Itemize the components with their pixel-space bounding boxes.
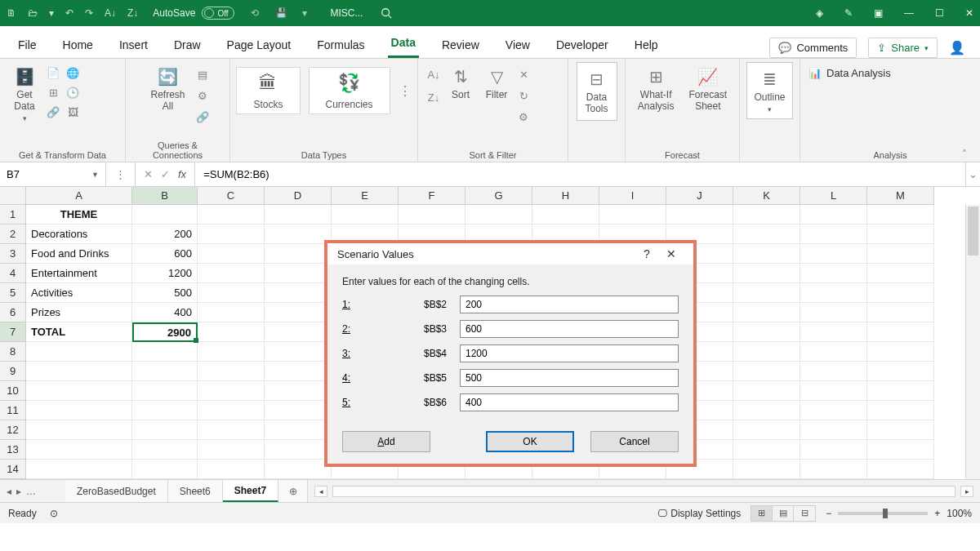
cell[interactable]: Prizes — [26, 303, 132, 322]
cell[interactable] — [265, 401, 332, 420]
filter-button[interactable]: ▽ Filter — [480, 62, 513, 124]
value-input[interactable] — [460, 393, 679, 411]
expand-formula-icon[interactable]: ⌄ — [965, 162, 980, 186]
cell[interactable] — [198, 381, 265, 401]
cell[interactable]: Food and Drinks — [26, 244, 132, 264]
row-header[interactable]: 7 — [0, 322, 26, 342]
zoom-in-icon[interactable]: + — [934, 508, 940, 519]
cell[interactable] — [733, 420, 800, 440]
page-layout-icon[interactable]: ▤ — [773, 506, 794, 521]
get-data-button[interactable]: 🗄️ Get Data ▾ — [8, 62, 41, 126]
existing-conn-icon[interactable]: 🔗 — [46, 104, 60, 119]
cell[interactable] — [198, 401, 265, 420]
cell[interactable] — [733, 460, 800, 479]
minimize-icon[interactable]: — — [904, 7, 914, 19]
sheets-menu-icon[interactable]: … — [26, 486, 36, 497]
cell[interactable] — [265, 303, 332, 322]
row-header[interactable]: 6 — [0, 303, 26, 322]
share-button[interactable]: ⇪ Share ▾ — [868, 38, 938, 58]
cell[interactable] — [198, 264, 265, 283]
column-header[interactable]: I — [599, 187, 666, 205]
cell[interactable] — [132, 460, 198, 479]
cell[interactable] — [198, 342, 265, 362]
cell[interactable] — [867, 440, 934, 460]
value-input[interactable] — [460, 320, 679, 338]
from-pic-icon[interactable]: 🖼 — [65, 104, 80, 119]
cell[interactable] — [265, 244, 332, 264]
tab-draw[interactable]: Draw — [171, 38, 204, 58]
sheet-tab[interactable]: Sheet7 — [223, 480, 278, 502]
user-icon[interactable]: 👤 — [949, 40, 965, 56]
cell[interactable] — [867, 381, 934, 401]
cell[interactable] — [800, 460, 867, 479]
display-settings-button[interactable]: 🖵 Display Settings — [657, 508, 741, 519]
cancel-button[interactable]: Cancel — [590, 431, 679, 452]
refresh-all-button[interactable]: 🔄 Refresh All — [145, 62, 189, 124]
tab-file[interactable]: File — [15, 38, 40, 58]
row-header[interactable]: 9 — [0, 362, 26, 381]
whatif-button[interactable]: ⊞ What-If Analysis — [633, 62, 679, 116]
cell[interactable] — [198, 440, 265, 460]
row-header[interactable]: 10 — [0, 381, 26, 401]
comments-button[interactable]: 💬 Comments — [769, 38, 857, 58]
row-header[interactable]: 3 — [0, 244, 26, 264]
cell[interactable] — [666, 205, 733, 224]
cell[interactable] — [733, 401, 800, 420]
sheet-tab[interactable]: ZeroBasedBudget — [65, 480, 168, 502]
cell[interactable] — [867, 460, 934, 479]
page-break-icon[interactable]: ⊟ — [794, 506, 815, 521]
currencies-button[interactable]: 💱 Currencies — [309, 67, 390, 114]
cell[interactable] — [132, 420, 198, 440]
column-header[interactable]: E — [332, 187, 399, 205]
pencil-icon[interactable]: ✎ — [844, 7, 853, 19]
cell[interactable]: 200 — [132, 224, 198, 244]
zoom-control[interactable]: − + 100% — [826, 508, 972, 519]
cell[interactable] — [800, 303, 867, 322]
cell[interactable] — [265, 224, 332, 244]
value-input[interactable] — [460, 369, 679, 387]
row-header[interactable]: 4 — [0, 264, 26, 283]
cell[interactable] — [733, 283, 800, 303]
chevron-down-icon[interactable]: ▼ — [91, 171, 99, 179]
cell[interactable]: Entertainment — [26, 264, 132, 283]
column-header[interactable]: C — [198, 187, 265, 205]
recent-sources-icon[interactable]: 🕒 — [65, 85, 80, 100]
cell[interactable] — [599, 205, 666, 224]
cell[interactable] — [867, 264, 934, 283]
tab-review[interactable]: Review — [439, 38, 483, 58]
from-table-icon[interactable]: ⊞ — [46, 85, 60, 100]
cell[interactable] — [265, 322, 332, 342]
tab-insert[interactable]: Insert — [116, 38, 151, 58]
close-icon[interactable]: ✕ — [965, 7, 973, 19]
cell[interactable] — [198, 303, 265, 322]
data-analysis-button[interactable]: 📊 Data Analysis — [808, 67, 891, 79]
cell[interactable] — [800, 264, 867, 283]
reapply-icon[interactable]: ↻ — [516, 88, 531, 103]
row-header[interactable]: 8 — [0, 342, 26, 362]
row-header[interactable]: 12 — [0, 420, 26, 440]
column-header[interactable]: G — [466, 187, 532, 205]
cell[interactable] — [733, 440, 800, 460]
cell[interactable] — [26, 460, 132, 479]
accessibility-icon[interactable]: ⊙ — [50, 508, 58, 519]
tab-formulas[interactable]: Formulas — [314, 38, 368, 58]
cell[interactable] — [800, 224, 867, 244]
zoom-slider[interactable] — [838, 512, 928, 515]
cell[interactable] — [26, 440, 132, 460]
prev-sheet-icon[interactable]: ◂ — [7, 486, 11, 497]
value-input[interactable] — [460, 295, 679, 313]
cell[interactable] — [265, 381, 332, 401]
zoom-out-icon[interactable]: − — [826, 508, 831, 519]
cell[interactable] — [132, 342, 198, 362]
cell[interactable] — [132, 362, 198, 381]
cell[interactable] — [332, 205, 399, 224]
tab-help[interactable]: Help — [631, 38, 662, 58]
stocks-button[interactable]: 🏛 Stocks — [236, 67, 300, 114]
cell[interactable] — [800, 205, 867, 224]
cell[interactable] — [132, 205, 198, 224]
undo-icon[interactable]: ↶ — [65, 7, 74, 19]
cell[interactable] — [867, 362, 934, 381]
sort-button[interactable]: ⇅ Sort — [444, 62, 477, 124]
cell[interactable] — [532, 205, 599, 224]
column-header[interactable]: H — [532, 187, 599, 205]
